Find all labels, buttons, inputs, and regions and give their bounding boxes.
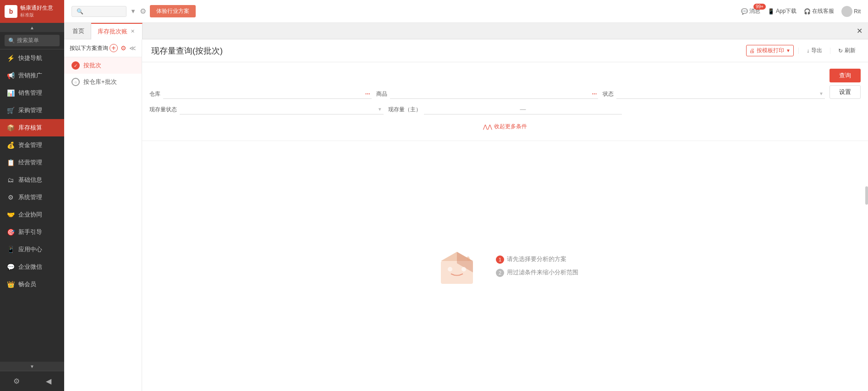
sidebar-item-system[interactable]: ⚙ 系统管理 xyxy=(0,189,64,206)
hint2-num: 2 xyxy=(496,269,504,277)
panel-collapse-icon[interactable]: ≪ xyxy=(129,44,136,52)
sidebar-item-quicknav[interactable]: ⚡ 快捷导航 xyxy=(0,49,64,67)
settings-button[interactable]: 设置 xyxy=(830,85,861,99)
search-menu-item[interactable]: 🔍 搜索菜单 xyxy=(5,35,60,46)
stock-status-dropdown-icon[interactable]: ▼ xyxy=(376,107,384,112)
tabbar-close-all-btn[interactable]: ✕ xyxy=(851,27,868,35)
warehouse-input-group: ··· xyxy=(163,89,372,99)
newbie-label: 新手引导 xyxy=(18,228,42,236)
industry-solution-btn[interactable]: 体验行业方案 xyxy=(150,5,196,17)
status-input[interactable] xyxy=(616,89,818,98)
sidebar-search-area[interactable]: 🔍 搜索菜单 xyxy=(0,32,64,49)
dropdown-arrow-icon[interactable]: ▼ xyxy=(130,8,136,15)
status-label: 状态 xyxy=(603,90,614,98)
sidebar-item-finance[interactable]: 💰 资金管理 xyxy=(0,136,64,154)
app-download-label: App下载 xyxy=(776,7,797,15)
sidebar-item-inventory[interactable]: 📦 库存核算 xyxy=(0,119,64,136)
sidebar-item-sales[interactable]: 📊 销售管理 xyxy=(0,84,64,102)
svg-point-4 xyxy=(461,267,466,272)
goods-more-icon[interactable]: ··· xyxy=(591,90,599,97)
operations-label: 经营管理 xyxy=(18,158,42,167)
purchase-icon: 🛒 xyxy=(6,106,15,114)
sidebar-item-operations[interactable]: 📋 经营管理 xyxy=(0,154,64,171)
finance-label: 资金管理 xyxy=(18,141,42,149)
tab-batch[interactable]: 库存批次账 ✕ xyxy=(91,23,143,39)
inventory-icon: 📦 xyxy=(6,124,15,132)
stock-qty-to-input[interactable] xyxy=(528,104,622,114)
marketing-icon: 📢 xyxy=(6,71,15,80)
member-icon: 👑 xyxy=(6,280,15,288)
sales-label: 销售管理 xyxy=(18,89,42,97)
sidebar-scroll-down[interactable]: ▼ xyxy=(0,362,64,371)
search-icon: 🔍 xyxy=(8,38,15,44)
plan-item-by-warehouse-batch[interactable]: ○ 按仓库+批次 xyxy=(64,74,142,90)
sidebar-header: b 畅康通好生意 标准版 xyxy=(0,0,64,23)
warehouse-more-icon[interactable]: ··· xyxy=(364,90,372,97)
stock-status-input[interactable] xyxy=(180,104,376,114)
system-icon: ⚙ xyxy=(6,193,15,201)
tab-home[interactable]: 首页 xyxy=(66,23,91,39)
empty-hint-2: 2 用过滤条件来缩小分析范围 xyxy=(496,268,578,277)
topbar-search-box[interactable]: 🔍 xyxy=(71,6,126,17)
tab-batch-close[interactable]: ✕ xyxy=(130,28,136,35)
online-service-btn[interactable]: 🎧 在线客服 xyxy=(804,7,834,15)
export-label: 导出 xyxy=(811,47,822,54)
search-menu-label: 搜索菜单 xyxy=(17,37,39,44)
left-panel: 按以下方案查询 + ⚙ ≪ ✓ 按批次 ○ 按仓库+批次 xyxy=(64,39,142,391)
print-btn[interactable]: 🖨 按模板打印 ▼ xyxy=(746,45,794,56)
quicknav-label: 快捷导航 xyxy=(18,54,42,62)
query-button[interactable]: 查询 xyxy=(830,69,861,82)
basics-label: 基础信息 xyxy=(18,176,42,184)
page-title-actions: 🖨 按模板打印 ▼ ↓ 导出 ↻ 刷新 xyxy=(746,45,859,56)
finance-icon: 💰 xyxy=(6,141,15,149)
topbar-right: 💬 消息 99+ 📱 App下载 🎧 在线客服 Rit xyxy=(741,6,861,17)
tab-home-label: 首页 xyxy=(72,27,84,35)
warehouse-input[interactable] xyxy=(163,89,364,98)
sidebar-item-newbie[interactable]: 🎯 新手引导 xyxy=(0,223,64,241)
scrollbar[interactable] xyxy=(865,186,868,205)
content-area: 按以下方案查询 + ⚙ ≪ ✓ 按批次 ○ 按仓库+批次 现存量查询(按批次) xyxy=(64,39,868,391)
stock-qty-field: 现存量（主） — xyxy=(388,104,622,114)
settings-footer-btn[interactable]: ⚙ xyxy=(10,375,23,387)
hint1-num: 1 xyxy=(496,255,504,264)
settings-topbar-icon[interactable]: ⚙ xyxy=(140,7,146,16)
sidebar-scroll-up[interactable]: ▲ xyxy=(0,23,64,32)
collapse-sidebar-btn[interactable]: ◀ xyxy=(42,375,55,387)
tab-batch-label: 库存批次账 xyxy=(98,27,127,36)
goods-input[interactable] xyxy=(390,89,591,98)
user-avatar-btn[interactable]: Rit xyxy=(841,6,861,17)
plan-settings-icon[interactable]: ⚙ xyxy=(121,44,126,52)
sidebar-item-member[interactable]: 👑 畅会员 xyxy=(0,276,64,293)
edition-label: 标准版 xyxy=(20,12,53,18)
collapse-label: 收起更多条件 xyxy=(494,123,527,130)
phone-icon: 📱 xyxy=(768,8,775,15)
system-label: 系统管理 xyxy=(18,193,42,201)
plan-item-by-batch[interactable]: ✓ 按批次 xyxy=(64,57,142,74)
basics-icon: 🗂 xyxy=(6,176,15,184)
hint1-text: 请先选择要分析的方案 xyxy=(507,255,566,263)
sidebar-item-basics[interactable]: 🗂 基础信息 xyxy=(0,171,64,189)
collapse-btn[interactable]: ⋀⋀ 收起更多条件 xyxy=(149,119,861,134)
purchase-label: 采购管理 xyxy=(18,106,42,114)
status-dropdown-icon[interactable]: ▼ xyxy=(818,91,825,96)
sidebar-item-appcenter[interactable]: 📱 应用中心 xyxy=(0,241,64,258)
sidebar-item-purchase[interactable]: 🛒 采购管理 xyxy=(0,102,64,119)
sidebar-item-wechat[interactable]: 💬 企业微信 xyxy=(0,258,64,276)
export-btn[interactable]: ↓ 导出 xyxy=(803,45,825,56)
filter-area: 仓库 ··· 商品 ··· 状态 xyxy=(142,62,868,141)
sidebar-item-marketing[interactable]: 📢 营销推广 xyxy=(0,67,64,84)
app-download-btn[interactable]: 📱 App下载 xyxy=(768,7,797,15)
stock-qty-from-input[interactable] xyxy=(424,104,518,114)
sidebar-item-enterprise[interactable]: 🤝 企业协同 xyxy=(0,206,64,223)
stock-qty-dash: — xyxy=(520,106,526,113)
warehouse-field: 仓库 ··· xyxy=(149,89,372,99)
plan-warehouse-icon: ○ xyxy=(71,78,80,86)
messages-btn[interactable]: 💬 消息 99+ xyxy=(741,7,760,15)
print-dropdown-icon[interactable]: ▼ xyxy=(786,48,791,53)
goods-label: 商品 xyxy=(376,90,387,98)
inventory-label: 库存核算 xyxy=(18,124,42,132)
add-plan-btn[interactable]: + xyxy=(110,44,118,52)
title-sep2 xyxy=(830,48,830,54)
refresh-btn[interactable]: ↻ 刷新 xyxy=(835,45,859,56)
newbie-icon: 🎯 xyxy=(6,228,15,236)
